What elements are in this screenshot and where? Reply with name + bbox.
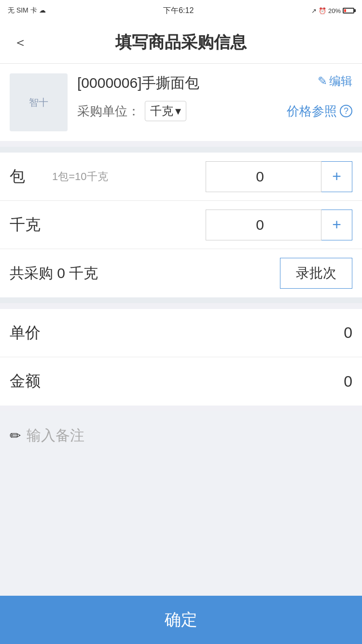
kg-label: 千克: [10, 214, 48, 236]
unit-label: 采购单位：: [77, 103, 140, 120]
kg-input-control: +: [206, 210, 352, 240]
battery-label: 20%: [328, 7, 341, 14]
input-section: 包 1包=10千克 + 千克 +: [0, 153, 362, 249]
edit-icon: ✎: [318, 74, 327, 88]
bag-input-row: 包 1包=10千克 +: [0, 153, 362, 201]
kg-input[interactable]: [206, 210, 321, 240]
product-name: [0000006]手撕面包: [77, 73, 313, 93]
nav-bar: ＜ 填写商品采购信息: [0, 21, 362, 64]
product-info: [0000006]手撕面包 ✎ 编辑 采购单位： 千克 ▾ 价格参照 ?: [77, 73, 352, 121]
status-bar: 无 SIM 卡 ☁ 下午6:12 ↗ ⏰ 20%: [0, 0, 362, 21]
help-icon[interactable]: ?: [340, 105, 352, 117]
battery-icon: [343, 8, 354, 14]
amount-row: 金额 0: [0, 357, 362, 406]
amount-label: 金额: [10, 371, 41, 392]
unit-price-value: 0: [344, 324, 352, 342]
back-button[interactable]: ＜: [10, 32, 31, 53]
total-row: 共采购 0 千克 录批次: [0, 249, 362, 297]
remark-placeholder: 输入备注: [27, 426, 84, 446]
confirm-button[interactable]: 确定: [0, 596, 362, 644]
unit-price-label: 单价: [10, 322, 41, 344]
alarm-icon: ⏰: [319, 7, 326, 14]
bag-sublabel: 1包=10千克: [52, 169, 206, 184]
bag-label: 包: [10, 166, 48, 187]
empty-area: [0, 460, 362, 604]
unit-dropdown[interactable]: 千克 ▾: [145, 101, 186, 121]
section-divider-1: [0, 147, 362, 153]
product-card: 智十 [0000006]手撕面包 ✎ 编辑 采购单位： 千克 ▾: [0, 64, 362, 141]
unit-price-row: 单价 0: [0, 309, 362, 357]
status-left: 无 SIM 卡 ☁: [8, 6, 46, 15]
product-image: 智十: [10, 73, 68, 131]
sim-label: 无 SIM 卡 ☁: [8, 6, 46, 15]
price-section: 单价 0 金额 0: [0, 309, 362, 406]
kg-input-row: 千克 +: [0, 201, 362, 249]
kg-plus-button[interactable]: +: [321, 210, 352, 240]
bag-input-control: +: [206, 161, 352, 192]
edit-button[interactable]: ✎ 编辑: [318, 73, 352, 89]
pencil-icon: ✏: [10, 428, 21, 444]
section-divider-2: [0, 297, 362, 303]
page-title: 填写商品采购信息: [115, 31, 247, 54]
remark-section[interactable]: ✏ 输入备注: [0, 411, 362, 460]
status-time: 下午6:12: [163, 6, 194, 16]
status-right: ↗ ⏰ 20%: [311, 7, 354, 14]
chevron-down-icon: ▾: [175, 104, 181, 118]
bag-plus-button[interactable]: +: [321, 161, 352, 192]
location-icon: ↗: [311, 7, 317, 14]
price-ref-button[interactable]: 价格参照 ?: [287, 103, 352, 120]
amount-value: 0: [344, 373, 352, 391]
bag-input[interactable]: [206, 161, 321, 192]
record-batch-button[interactable]: 录批次: [280, 258, 352, 289]
total-label: 共采购 0 千克: [10, 264, 98, 283]
